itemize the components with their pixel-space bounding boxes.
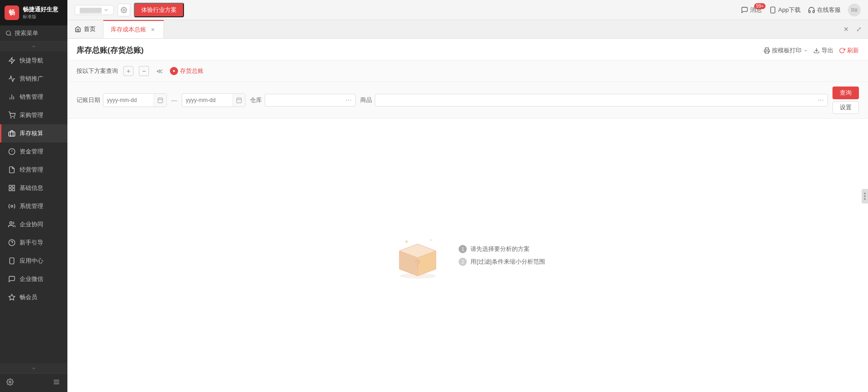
operations-icon xyxy=(8,166,16,174)
purchase-icon xyxy=(8,111,16,119)
goods-label: 商品 xyxy=(360,96,372,104)
online-service-button[interactable]: 在线客服 xyxy=(808,6,841,14)
tab-inventory-ledger-label: 库存成本总账 xyxy=(111,25,146,34)
headset-icon xyxy=(808,6,815,14)
date-separator: — xyxy=(169,97,179,104)
svg-rect-15 xyxy=(12,188,15,191)
warehouse-more-icon[interactable]: ··· xyxy=(346,96,352,104)
filter-scheme-item[interactable]: 存货总账 xyxy=(170,67,204,75)
quick-nav-icon xyxy=(8,56,16,65)
app-download-button[interactable]: App下载 xyxy=(769,6,801,14)
topbar-settings-icon[interactable] xyxy=(117,4,130,16)
refresh-button[interactable]: 刷新 xyxy=(839,46,859,55)
filter-add-button[interactable]: + xyxy=(123,66,133,76)
filter-collapse-button[interactable]: ≪ xyxy=(154,66,164,76)
topbar: ▓▓▓▓▓▓ 体验行业方案 消息 99+ App下载 在线客服 Rit xyxy=(67,0,868,20)
warehouse-label: 仓库 xyxy=(250,96,262,104)
search-menu[interactable]: 搜索菜单 xyxy=(0,25,67,41)
sidebar-item-label: 企业微信 xyxy=(20,275,43,283)
marketing-icon xyxy=(8,75,16,83)
sidebar-item-appcenter[interactable]: 应用中心 xyxy=(0,252,67,270)
message-icon xyxy=(741,6,748,14)
sidebar-item-system[interactable]: 系统管理 xyxy=(0,197,67,215)
goods-input[interactable]: ··· xyxy=(375,94,828,107)
date-end-calendar-icon[interactable] xyxy=(232,94,245,107)
panel-dot xyxy=(864,193,866,194)
date-start-calendar-icon[interactable] xyxy=(153,94,166,107)
print-button[interactable]: 按模板打印 xyxy=(764,46,808,55)
sidebar-item-guide[interactable]: 新手引导 xyxy=(0,234,67,252)
date-start-input[interactable] xyxy=(103,95,153,106)
filter-area: 按以下方案查询 + − ≪ 存货总账 xyxy=(67,61,868,82)
appcenter-icon xyxy=(8,257,16,265)
sidebar-item-operations[interactable]: 经营管理 xyxy=(0,161,67,179)
sidebar-item-basic[interactable]: 基础信息 xyxy=(0,179,67,197)
messages-button[interactable]: 消息 99+ xyxy=(741,6,762,14)
tab-home[interactable]: 首页 xyxy=(67,20,103,38)
page-actions: 按模板打印 导出 刷新 xyxy=(764,46,859,55)
svg-rect-14 xyxy=(9,188,11,191)
right-panel-toggle[interactable] xyxy=(862,189,868,204)
system-icon xyxy=(8,202,16,210)
sidebar-scroll-down[interactable] xyxy=(0,363,67,373)
sidebar-item-inventory[interactable]: 库存核算 xyxy=(0,124,67,143)
svg-point-16 xyxy=(11,205,13,207)
svg-point-23 xyxy=(9,381,11,383)
svg-point-0 xyxy=(6,31,10,35)
enterprise-icon xyxy=(8,220,16,229)
svg-rect-28 xyxy=(771,7,775,13)
collapse-sidebar-icon[interactable] xyxy=(52,378,61,387)
print-dropdown-icon xyxy=(803,48,808,53)
settings-gear-icon[interactable] xyxy=(6,378,14,387)
member-icon xyxy=(8,293,16,301)
sidebar-item-label: 企业协同 xyxy=(20,220,43,229)
sidebar-item-marketing[interactable]: 营销推广 xyxy=(0,70,67,88)
date-end-input[interactable] xyxy=(182,95,232,106)
warehouse-input[interactable]: ··· xyxy=(265,94,356,107)
user-avatar[interactable]: Rit xyxy=(848,4,861,16)
date-end-input-wrap[interactable] xyxy=(182,93,245,107)
sidebar-item-purchase[interactable]: 采购管理 xyxy=(0,106,67,124)
sidebar-item-wechat[interactable]: 企业微信 xyxy=(0,270,67,288)
promo-button[interactable]: 体验行业方案 xyxy=(134,3,184,17)
export-label: 导出 xyxy=(822,46,833,55)
tab-close-panel-button[interactable]: ✕ xyxy=(841,24,852,35)
breadcrumb[interactable]: ▓▓▓▓▓▓ xyxy=(75,5,114,15)
sales-icon xyxy=(8,93,16,101)
filter-action-buttons: 查询 设置 xyxy=(832,87,859,114)
sidebar-item-finance[interactable]: 资金管理 xyxy=(0,143,67,161)
app-download-label: App下载 xyxy=(778,6,801,14)
sidebar-item-quick-nav[interactable]: 快捷导航 xyxy=(0,51,67,70)
sidebar-item-label: 资金管理 xyxy=(20,148,43,156)
filter-settings-button[interactable]: 设置 xyxy=(832,101,859,114)
refresh-label: 刷新 xyxy=(847,46,859,55)
date-start-input-wrap[interactable] xyxy=(103,93,167,107)
tab-close-button[interactable]: ✕ xyxy=(149,26,156,33)
sidebar-scroll-up[interactable] xyxy=(0,41,67,51)
tab-expand-button[interactable]: ⤢ xyxy=(853,24,864,35)
query-button[interactable]: 查询 xyxy=(832,87,859,99)
sidebar-item-label: 基础信息 xyxy=(20,184,43,192)
filter-scheme-label: 存货总账 xyxy=(180,67,204,75)
svg-line-1 xyxy=(10,35,11,36)
sidebar-item-label: 应用中心 xyxy=(20,257,43,265)
goods-more-icon[interactable]: ··· xyxy=(818,96,824,104)
export-button[interactable]: 导出 xyxy=(813,46,833,55)
tabbar: 首页 库存成本总账 ✕ ✕ ⤢ xyxy=(67,20,868,39)
svg-rect-13 xyxy=(12,185,15,188)
filter-remove-button[interactable]: − xyxy=(139,66,149,76)
tab-home-label: 首页 xyxy=(84,25,96,33)
chevron-down-icon xyxy=(103,7,109,13)
message-badge: 99+ xyxy=(754,3,766,9)
sidebar-item-sales[interactable]: 销售管理 xyxy=(0,88,67,106)
tab-inventory-ledger[interactable]: 库存成本总账 ✕ xyxy=(103,20,164,38)
export-icon xyxy=(813,47,820,54)
sidebar-item-enterprise[interactable]: 企业协同 xyxy=(0,215,67,234)
app-name: 畅捷通好生意 xyxy=(23,6,58,14)
sidebar-item-label: 畅会员 xyxy=(20,293,37,301)
sidebar-item-member[interactable]: 畅会员 xyxy=(0,288,67,306)
svg-marker-2 xyxy=(9,57,15,63)
logo-icon: 畅 xyxy=(5,5,19,20)
step1-number: 1 xyxy=(459,245,467,253)
user-name: Rit xyxy=(851,7,857,13)
